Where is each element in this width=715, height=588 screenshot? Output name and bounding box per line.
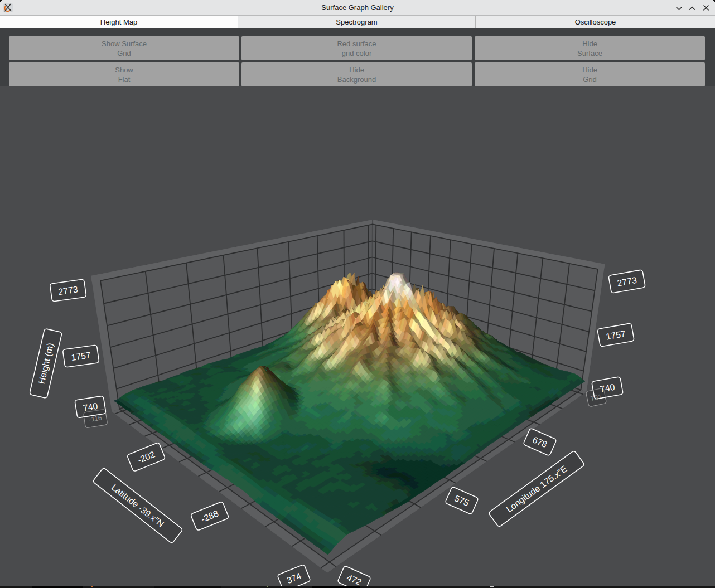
svg-text:Latitude -39.x"N: Latitude -39.x"N bbox=[110, 482, 166, 529]
svg-text:Longitude 175.x"E: Longitude 175.x"E bbox=[504, 464, 568, 514]
